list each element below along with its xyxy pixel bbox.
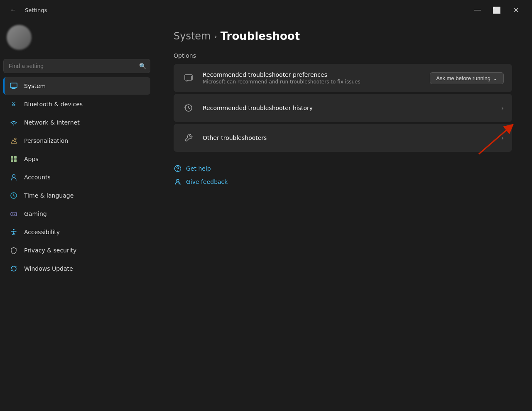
maximize-button[interactable]: ⬜ xyxy=(487,3,506,17)
give-feedback-label: Give feedback xyxy=(186,179,228,185)
svg-rect-11 xyxy=(11,212,17,216)
card-other-troubleshooters: Other troubleshooters › xyxy=(174,124,512,152)
sidebar-item-accessibility[interactable]: Accessibility xyxy=(3,223,150,241)
card-action-history: › xyxy=(501,104,504,112)
card-subtitle-preferences: Microsoft can recommend and run troubles… xyxy=(203,79,422,85)
card-title-other: Other troubleshooters xyxy=(203,135,494,141)
gaming-icon xyxy=(9,209,18,218)
sidebar-profile xyxy=(3,20,150,56)
svg-rect-5 xyxy=(11,156,13,159)
breadcrumb-current: Troubleshoot xyxy=(221,30,300,42)
card-row-history[interactable]: Recommended troubleshooter history › xyxy=(174,94,512,122)
time-icon xyxy=(9,191,18,200)
sidebar-item-time[interactable]: Time & language xyxy=(3,187,150,204)
cards-wrapper: Recommended troubleshooter preferences M… xyxy=(174,64,512,152)
section-label: Options xyxy=(174,52,512,59)
dropdown-button[interactable]: Ask me before running ⌄ xyxy=(430,72,504,84)
sidebar-label-accessibility: Accessibility xyxy=(24,229,60,235)
apps-icon xyxy=(9,154,18,164)
breadcrumb-parent: System xyxy=(174,30,211,42)
dropdown-label: Ask me before running xyxy=(436,75,490,81)
card-row-other-troubleshooters[interactable]: Other troubleshooters › xyxy=(174,124,512,152)
svg-rect-6 xyxy=(14,156,17,159)
give-feedback-icon xyxy=(174,178,182,186)
search-input[interactable] xyxy=(3,59,150,73)
personalization-icon xyxy=(9,136,18,145)
sidebar-item-apps[interactable]: Apps xyxy=(3,150,150,168)
svg-point-21 xyxy=(177,179,179,182)
sidebar-label-bluetooth: Bluetooth & devices xyxy=(24,101,83,108)
card-action-preferences: Ask me before running ⌄ xyxy=(430,72,504,84)
svg-point-13 xyxy=(14,214,15,215)
sidebar-item-network[interactable]: Network & internet xyxy=(3,114,150,131)
svg-rect-0 xyxy=(10,83,17,88)
privacy-icon xyxy=(9,246,18,255)
svg-point-20 xyxy=(177,170,178,171)
svg-point-12 xyxy=(15,213,15,214)
get-help-icon xyxy=(174,164,182,173)
card-recommended-preferences: Recommended troubleshooter preferences M… xyxy=(174,64,512,92)
sidebar-label-accounts: Accounts xyxy=(24,174,51,181)
svg-point-14 xyxy=(13,229,15,230)
window-controls: — ⬜ ✕ xyxy=(468,3,525,17)
bluetooth-icon xyxy=(9,100,18,109)
card-text-other: Other troubleshooters xyxy=(203,135,494,141)
title-bar-left: ← Settings xyxy=(7,3,47,17)
sidebar-item-windows-update[interactable]: Windows Update xyxy=(3,260,150,277)
sidebar-item-privacy[interactable]: Privacy & security xyxy=(3,242,150,259)
sidebar-label-network: Network & internet xyxy=(24,119,80,126)
svg-point-4 xyxy=(15,138,16,140)
sidebar-label-apps: Apps xyxy=(24,156,39,162)
accounts-icon xyxy=(9,173,18,182)
card-text-preferences: Recommended troubleshooter preferences M… xyxy=(203,71,422,85)
card-row-recommended-preferences[interactable]: Recommended troubleshooter preferences M… xyxy=(174,64,512,92)
get-help-link[interactable]: Get help xyxy=(174,164,512,174)
svg-point-9 xyxy=(12,175,15,178)
title-bar: ← Settings — ⬜ ✕ xyxy=(0,0,532,20)
windows-update-icon xyxy=(9,264,18,273)
accessibility-icon xyxy=(9,228,18,237)
minimize-button[interactable]: — xyxy=(468,3,487,17)
back-button[interactable]: ← xyxy=(7,3,20,17)
sidebar-label-privacy: Privacy & security xyxy=(24,247,76,254)
card-text-history: Recommended troubleshooter history xyxy=(203,105,494,111)
give-feedback-link[interactable]: Give feedback xyxy=(174,177,512,187)
chevron-right-icon: › xyxy=(501,104,504,112)
svg-rect-7 xyxy=(11,159,13,162)
sidebar-label-windows-update: Windows Update xyxy=(24,265,73,272)
card-action-other: › xyxy=(501,134,504,142)
sidebar-item-gaming[interactable]: Gaming xyxy=(3,205,150,223)
network-icon xyxy=(9,118,18,127)
app-body: 🔍 System Bluetooth & devices Network & i… xyxy=(0,20,532,411)
card-history: Recommended troubleshooter history › xyxy=(174,94,512,122)
svg-rect-2 xyxy=(11,89,16,89)
sidebar-item-bluetooth[interactable]: Bluetooth & devices xyxy=(3,95,150,113)
close-button[interactable]: ✕ xyxy=(506,3,525,17)
sidebar-label-time: Time & language xyxy=(24,192,74,199)
sidebar-label-personalization: Personalization xyxy=(24,137,68,144)
get-help-label: Get help xyxy=(186,165,211,172)
chat-icon xyxy=(182,71,195,85)
card-title-history: Recommended troubleshooter history xyxy=(203,105,494,111)
svg-rect-8 xyxy=(14,159,17,162)
sidebar-item-system[interactable]: System xyxy=(3,77,150,95)
search-box: 🔍 xyxy=(3,59,150,73)
card-title-preferences: Recommended troubleshooter preferences xyxy=(203,71,422,78)
sidebar-item-personalization[interactable]: Personalization xyxy=(3,132,150,149)
main-content: System › Troubleshoot Options Recommende… xyxy=(154,20,532,411)
chevron-right-icon-other: › xyxy=(501,134,504,142)
breadcrumb-separator: › xyxy=(214,32,217,41)
sidebar-label-system: System xyxy=(24,83,46,89)
history-icon xyxy=(182,101,195,115)
breadcrumb: System › Troubleshoot xyxy=(174,30,512,42)
app-title: Settings xyxy=(25,7,47,13)
sidebar: 🔍 System Bluetooth & devices Network & i… xyxy=(0,20,154,411)
sidebar-label-gaming: Gaming xyxy=(24,210,47,217)
sidebar-item-accounts[interactable]: Accounts xyxy=(3,169,150,186)
wrench-icon xyxy=(182,131,195,144)
avatar xyxy=(7,25,32,50)
svg-point-3 xyxy=(13,125,14,125)
links-section: Get help Give feedback xyxy=(174,164,512,187)
chevron-down-icon: ⌄ xyxy=(493,75,498,81)
system-icon xyxy=(9,81,18,91)
